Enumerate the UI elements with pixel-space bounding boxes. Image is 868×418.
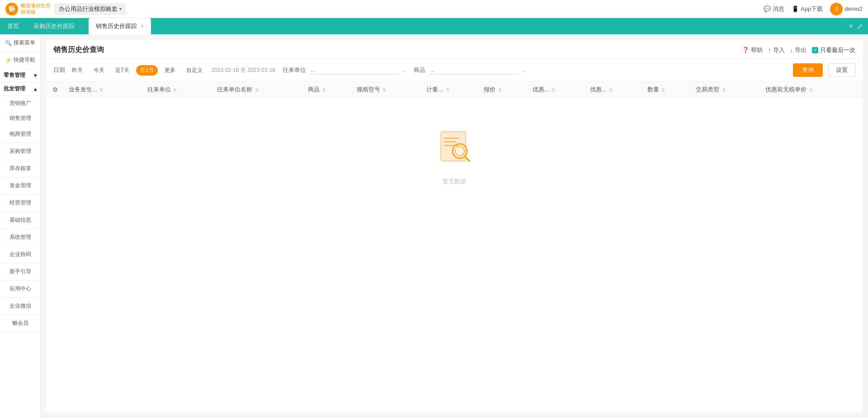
date-yesterday-btn[interactable]: 昨天 bbox=[68, 65, 87, 76]
settings-icon[interactable]: ⚙ bbox=[52, 86, 58, 93]
top-bar: 畅 畅捷通好生意 标准版 办公用品行业模拟账套 ▾ 💬 消息 📱 App下载 d… bbox=[0, 0, 868, 18]
sidebar-item-enterprise[interactable]: 企业协同 bbox=[0, 246, 40, 263]
table-header-pretax-price[interactable]: 优惠前无税单价 ⇅ bbox=[761, 82, 863, 98]
user-menu[interactable]: d demo2 bbox=[830, 3, 863, 15]
sidebar-item-purchase[interactable]: 采购管理 bbox=[0, 143, 40, 160]
sidebar-item-finance[interactable]: 资金管理 bbox=[0, 177, 40, 195]
page-title: 销售历史价查询 bbox=[53, 45, 104, 55]
tab-bar: 首页 采购历史价跟踪 × 销售历史价跟踪 × × ⤢ bbox=[0, 18, 868, 34]
main-layout: 🔍 搜索菜单 ⚡ 快捷导航 零售管理 ▾ 批发管理 ▴ 营销推广 销售管理 电商… bbox=[0, 34, 868, 418]
source-filter-group: 往来单位 ... bbox=[283, 66, 406, 75]
sort-icon: ⇅ bbox=[382, 87, 386, 92]
sidebar-item-wholesale[interactable]: 批发管理 ▴ bbox=[0, 82, 40, 96]
sidebar-item-purchase-label: 采购管理 bbox=[9, 147, 31, 155]
sidebar-item-quick-nav[interactable]: ⚡ 快捷导航 bbox=[0, 52, 40, 69]
sidebar-item-operations[interactable]: 经营管理 bbox=[0, 195, 40, 212]
sort-icon: ⇅ bbox=[173, 87, 177, 92]
chevron-down-icon: ▾ bbox=[34, 72, 37, 79]
sidebar-item-ecommerce-label: 电商管理 bbox=[9, 130, 31, 138]
table-col-unit-label: 计量... bbox=[426, 86, 443, 93]
sidebar-item-search-label: 搜索菜单 bbox=[14, 39, 35, 47]
source-more-label: ... bbox=[402, 67, 406, 73]
table-header-partner-code[interactable]: 往来单位 ⇅ bbox=[143, 82, 212, 98]
date-7days-btn[interactable]: 近7天 bbox=[111, 65, 133, 76]
table-header-spec[interactable]: 规格型号 ⇅ bbox=[352, 82, 422, 98]
sidebar-item-finance-label: 资金管理 bbox=[9, 182, 31, 190]
sidebar-item-sales-mgmt[interactable]: 销售管理 bbox=[0, 111, 40, 126]
sidebar-item-operations-label: 经营管理 bbox=[9, 199, 31, 207]
table-header-biz-date[interactable]: 业务发生... ⇅ bbox=[64, 82, 143, 98]
import-button[interactable]: ↑ 导入 bbox=[768, 46, 785, 54]
table-header-trade-type[interactable]: 交易类型 ⇅ bbox=[691, 82, 761, 98]
download-icon: 📱 bbox=[792, 5, 799, 12]
source-input[interactable] bbox=[309, 66, 399, 75]
table-col-pretax-price-label: 优惠前无税单价 bbox=[765, 86, 807, 93]
sidebar-item-basic-info-label: 基础信息 bbox=[9, 216, 31, 224]
sort-icon: ⇅ bbox=[609, 87, 613, 92]
sidebar-item-member[interactable]: 畅会员 bbox=[0, 315, 40, 332]
sidebar-item-basic-info[interactable]: 基础信息 bbox=[0, 212, 40, 229]
sidebar-item-wechat-label: 企业微信 bbox=[9, 302, 31, 310]
table-col-discount1-label: 优惠... bbox=[533, 86, 549, 93]
help-button[interactable]: ❓ 帮助 bbox=[742, 46, 763, 54]
tab-sales-history[interactable]: 销售历史价跟踪 × bbox=[89, 18, 151, 34]
help-icon: ❓ bbox=[742, 47, 749, 53]
table-header-qty[interactable]: 数量 ⇅ bbox=[643, 82, 691, 98]
table-header-discount1[interactable]: 优惠... ⇅ bbox=[528, 82, 585, 98]
date-today-btn[interactable]: 今天 bbox=[90, 65, 108, 76]
empty-text: 暂无数据 bbox=[443, 177, 466, 185]
sidebar-item-search[interactable]: 🔍 搜索菜单 bbox=[0, 34, 40, 52]
sidebar-item-system[interactable]: 系统管理 bbox=[0, 229, 40, 246]
sort-icon: ⇅ bbox=[809, 87, 813, 92]
tab-sales-close-icon[interactable]: × bbox=[141, 23, 144, 29]
svg-point-7 bbox=[456, 147, 458, 150]
sidebar-item-retail[interactable]: 零售管理 ▾ bbox=[0, 69, 40, 82]
help-label: 帮助 bbox=[751, 46, 763, 54]
top-bar-right: 💬 消息 📱 App下载 d demo2 bbox=[764, 3, 863, 15]
tab-purchase-close-icon[interactable]: × bbox=[78, 23, 81, 29]
only-last-checkbox[interactable]: ✓ 只看最后一次 bbox=[812, 46, 855, 54]
sidebar-item-apps-label: 应用中心 bbox=[9, 285, 31, 293]
sidebar: 🔍 搜索菜单 ⚡ 快捷导航 零售管理 ▾ 批发管理 ▴ 营销推广 销售管理 电商… bbox=[0, 34, 41, 418]
table-header-partner-name[interactable]: 往来单位名称 ⇅ bbox=[212, 82, 303, 98]
filter-actions: 查询 设置 bbox=[793, 63, 855, 77]
goods-input[interactable] bbox=[428, 66, 519, 75]
goods-filter-group: 商品 ... bbox=[414, 66, 526, 75]
sidebar-item-enterprise-label: 企业协同 bbox=[9, 251, 31, 258]
tab-purchase-history[interactable]: 采购历史价跟踪 × bbox=[26, 18, 89, 34]
message-button[interactable]: 💬 消息 bbox=[764, 5, 784, 13]
date-1month-btn[interactable]: 近1月 bbox=[136, 65, 158, 76]
sidebar-item-marketing-label: 营销推广 bbox=[9, 100, 31, 106]
sidebar-item-ecommerce[interactable]: 电商管理 bbox=[0, 126, 40, 143]
table-header-quote[interactable]: 报价 ⇅ bbox=[479, 82, 528, 98]
page-card: 销售历史价查询 ❓ 帮助 ↑ 导入 ↓ 导出 ✓ bbox=[46, 40, 863, 413]
date-more-btn[interactable]: 更多 bbox=[160, 65, 179, 76]
sidebar-item-marketing[interactable]: 营销推广 bbox=[0, 96, 40, 111]
table-header-unit[interactable]: 计量... ⇅ bbox=[422, 82, 479, 98]
sidebar-item-inventory[interactable]: 库存核算 bbox=[0, 160, 40, 177]
export-button[interactable]: ↓ 导出 bbox=[790, 46, 807, 54]
date-range-display: 2023-02-18 至 2023-03-18 bbox=[211, 66, 275, 74]
sidebar-item-guide[interactable]: 新手引导 bbox=[0, 263, 40, 280]
app-selector[interactable]: 办公用品行业模拟账套 ▾ bbox=[54, 3, 126, 15]
setting-button[interactable]: 设置 bbox=[828, 63, 855, 77]
table-header-goods[interactable]: 商品 ⇅ bbox=[303, 82, 352, 98]
sidebar-item-system-label: 系统管理 bbox=[9, 233, 31, 241]
tab-home[interactable]: 首页 bbox=[0, 18, 26, 34]
sidebar-item-member-label: 畅会员 bbox=[12, 319, 28, 327]
sidebar-item-apps[interactable]: 应用中心 bbox=[0, 280, 40, 298]
tab-home-label: 首页 bbox=[7, 22, 19, 30]
date-filter-group: 日期 昨天 今天 近7天 近1月 更多 自定义 2023-02-18 至 202… bbox=[53, 65, 275, 76]
query-button[interactable]: 查询 bbox=[793, 63, 823, 77]
app-download-button[interactable]: 📱 App下载 bbox=[792, 5, 823, 13]
table-header-discount2[interactable]: 优惠... ⇅ bbox=[585, 82, 643, 98]
date-filter-label: 日期 bbox=[53, 66, 65, 74]
svg-rect-1 bbox=[443, 138, 459, 139]
sidebar-item-wechat[interactable]: 企业微信 bbox=[0, 298, 40, 315]
close-tab-btn[interactable]: × bbox=[849, 22, 853, 30]
expand-tab-btn[interactable]: ⤢ bbox=[857, 22, 863, 31]
page-actions: ❓ 帮助 ↑ 导入 ↓ 导出 ✓ 只看最后一次 bbox=[742, 46, 855, 54]
date-custom-btn[interactable]: 自定义 bbox=[182, 65, 207, 76]
table-col-trade-type-label: 交易类型 bbox=[696, 86, 719, 93]
source-filter-label: 往来单位 bbox=[283, 66, 306, 74]
